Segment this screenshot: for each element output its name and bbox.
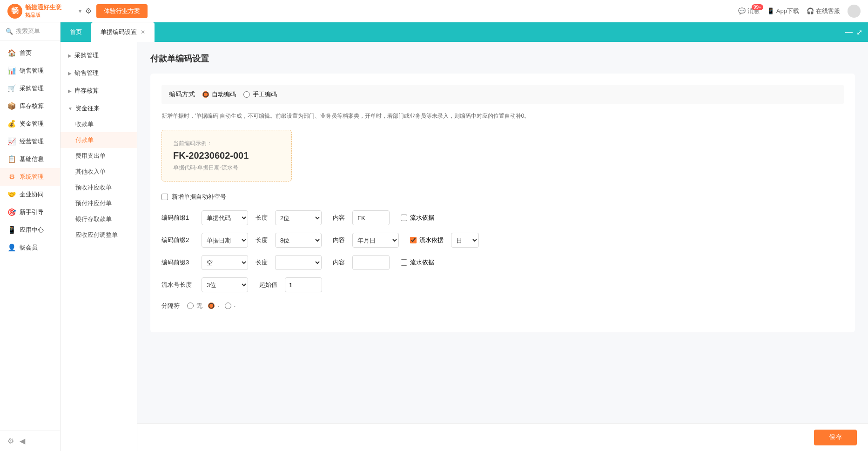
tab-bar: 首页 单据编码设置 ✕ — ⤢ xyxy=(61,22,868,42)
left-menu: ▶ 采购管理 ▶ 销售管理 ▶ 库存核算 xyxy=(61,42,137,451)
length3-select[interactable] xyxy=(275,255,322,270)
fund-group-label: 资金往来 xyxy=(75,104,100,113)
day-select[interactable]: 日 月 年 xyxy=(451,233,479,248)
menu-item-receipt[interactable]: 收款单 xyxy=(61,116,137,132)
sidebar-item-appcenter[interactable]: 📱 应用中心 xyxy=(0,221,60,239)
sales-icon: 📊 xyxy=(7,67,16,75)
menu-item-adjustment[interactable]: 应收应付调整单 xyxy=(61,227,137,243)
code-example-value: FK-20230602-001 xyxy=(173,150,280,161)
sidebar-search[interactable]: 🔍 搜索菜单 xyxy=(0,22,60,40)
tab-bar-right: — ⤢ xyxy=(845,28,868,37)
settings-icon[interactable]: ⚙ xyxy=(85,7,92,15)
menu-item-other-income[interactable]: 其他收入单 xyxy=(61,164,137,180)
menu-group-purchase-title[interactable]: ▶ 采购管理 xyxy=(61,47,137,63)
length1-select[interactable]: 2位 4位 xyxy=(275,210,322,225)
sep-dot-radio[interactable] xyxy=(208,303,215,309)
manual-radio-text: 手工编码 xyxy=(253,90,277,99)
sidebar-label-inventory: 库存核算 xyxy=(20,102,44,110)
menu-group-fund: ▼ 资金往来 收款单 付款单 费用支出单 其他收入单 预收冲应收单 预付冲应付单… xyxy=(61,101,137,243)
auto-fill-checkbox[interactable] xyxy=(161,194,168,200)
sidebar-item-guide[interactable]: 🎯 新手引导 xyxy=(0,203,60,221)
guide-icon: 🎯 xyxy=(7,208,16,216)
content2-select[interactable]: 年月日 年月 年 xyxy=(352,233,399,248)
serial-length-select[interactable]: 3位 4位 6位 xyxy=(202,277,248,292)
start-value-label: 起始值 xyxy=(259,281,277,289)
sidebar-item-home[interactable]: 🏠 首页 xyxy=(0,44,60,62)
sep-dot-text: · xyxy=(217,303,219,310)
start-value-input[interactable] xyxy=(285,277,322,292)
sidebar-item-member[interactable]: 👤 畅会员 xyxy=(0,239,60,256)
manual-radio-input[interactable] xyxy=(243,91,250,98)
menu-group-sales-title[interactable]: ▶ 销售管理 xyxy=(61,65,137,81)
topbar-controls: ▾ ⚙ xyxy=(79,7,92,15)
menu-item-payment[interactable]: 付款单 xyxy=(61,132,137,148)
user-avatar[interactable] xyxy=(848,5,861,18)
search-label: 搜索菜单 xyxy=(16,27,40,35)
sidebar-item-inventory[interactable]: 📦 库存核算 xyxy=(0,97,60,115)
sep-none-label[interactable]: 无 xyxy=(187,302,202,310)
trial-button[interactable]: 体验行业方案 xyxy=(96,4,148,18)
sidebar-item-management[interactable]: 📈 经营管理 xyxy=(0,133,60,150)
menu-group-fund-title[interactable]: ▼ 资金往来 xyxy=(61,101,137,116)
sep-none-radio[interactable] xyxy=(187,303,194,309)
sidebar-item-basic[interactable]: 📋 基础信息 xyxy=(0,150,60,168)
purchase-icon: 🛒 xyxy=(7,84,16,93)
serial2-checkbox-group: 流水依据 xyxy=(410,236,444,244)
prefix3-select[interactable]: 空 单据代码 xyxy=(202,255,248,270)
tab-encoding-settings[interactable]: 单据编码设置 ✕ xyxy=(91,22,155,42)
auto-fill-label: 新增单据自动补空号 xyxy=(172,193,226,201)
sidebar-settings-icon[interactable]: ⚙ xyxy=(7,437,14,445)
menu-group-inventory-title[interactable]: ▶ 库存核算 xyxy=(61,83,137,99)
sidebar: 🔍 搜索菜单 🏠 首页 📊 销售管理 🛒 采购管理 📦 库存核算 💰 xyxy=(0,22,61,451)
serial-length-label: 流水号长度 xyxy=(161,281,194,289)
prefix-row-2: 编码前缀2 单据日期 空 长度 8位 4位 内容 xyxy=(161,233,844,248)
content1-label: 内容 xyxy=(333,214,345,222)
menu-item-bank-deposit[interactable]: 银行存取款单 xyxy=(61,211,137,227)
code-example-label: 当前编码示例： xyxy=(173,140,280,148)
online-service-button[interactable]: 🎧 在线客服 xyxy=(807,7,840,15)
encoding-radio-group: 自动编码 手工编码 xyxy=(202,90,277,99)
prefix3-label: 编码前缀3 xyxy=(161,258,194,267)
message-button[interactable]: 💬 消息 99+ xyxy=(738,7,760,15)
serial1-checkbox[interactable] xyxy=(401,215,407,221)
sidebar-item-purchase[interactable]: 🛒 采购管理 xyxy=(0,80,60,97)
menu-item-expense[interactable]: 费用支出单 xyxy=(61,148,137,164)
content3-label: 内容 xyxy=(333,258,345,267)
prefix2-select[interactable]: 单据日期 空 xyxy=(202,233,248,248)
length2-select[interactable]: 8位 4位 xyxy=(275,233,322,248)
sidebar-item-system[interactable]: ⚙ 系统管理 xyxy=(0,168,60,186)
tab-home[interactable]: 首页 xyxy=(61,22,91,42)
sep-dot2-radio[interactable] xyxy=(225,303,231,309)
prefix1-select[interactable]: 单据代码 空 xyxy=(202,210,248,225)
serial3-checkbox-group: 流水依据 xyxy=(401,258,434,267)
sidebar-label-home: 首页 xyxy=(20,49,32,57)
sidebar-item-sales[interactable]: 📊 销售管理 xyxy=(0,62,60,80)
service-icon: 🎧 xyxy=(807,7,814,14)
manual-radio-label[interactable]: 手工编码 xyxy=(243,90,277,99)
auto-radio-input[interactable] xyxy=(202,91,209,98)
sep-dot-label[interactable]: · xyxy=(208,303,219,310)
tab-close-icon[interactable]: ✕ xyxy=(141,29,145,35)
logo-icon: 畅 xyxy=(7,4,22,19)
auto-radio-label[interactable]: 自动编码 xyxy=(202,90,236,99)
settings-card: 编码方式 自动编码 手工编码 xyxy=(150,74,855,332)
sep-dot2-label[interactable]: · xyxy=(225,303,236,310)
tab-minimize-icon[interactable]: — xyxy=(845,28,853,36)
tab-maximize-icon[interactable]: ⤢ xyxy=(856,28,862,37)
save-button[interactable]: 保存 xyxy=(814,430,857,445)
sidebar-item-enterprise[interactable]: 🤝 企业协同 xyxy=(0,186,60,203)
serial3-checkbox[interactable] xyxy=(401,259,407,266)
sidebar-label-management: 经营管理 xyxy=(20,137,44,146)
menu-item-prepay-recv[interactable]: 预收冲应收单 xyxy=(61,180,137,195)
search-icon: 🔍 xyxy=(6,28,13,35)
serial-row: 流水号长度 3位 4位 6位 起始值 xyxy=(161,277,844,292)
menu-item-prepay-pay[interactable]: 预付冲应付单 xyxy=(61,195,137,211)
sidebar-item-finance[interactable]: 💰 资金管理 xyxy=(0,115,60,133)
sidebar-collapse-icon[interactable]: ◀ xyxy=(20,437,25,445)
main-layout: 🔍 搜索菜单 🏠 首页 📊 销售管理 🛒 采购管理 📦 库存核算 💰 xyxy=(0,22,868,451)
company-dropdown[interactable]: ▾ xyxy=(79,8,81,14)
tab-encoding-label: 单据编码设置 xyxy=(101,28,137,36)
app-download-button[interactable]: 📱 App下载 xyxy=(767,7,799,15)
separator-row: 分隔符 无 · xyxy=(161,302,844,310)
serial2-checkbox[interactable] xyxy=(410,237,417,243)
